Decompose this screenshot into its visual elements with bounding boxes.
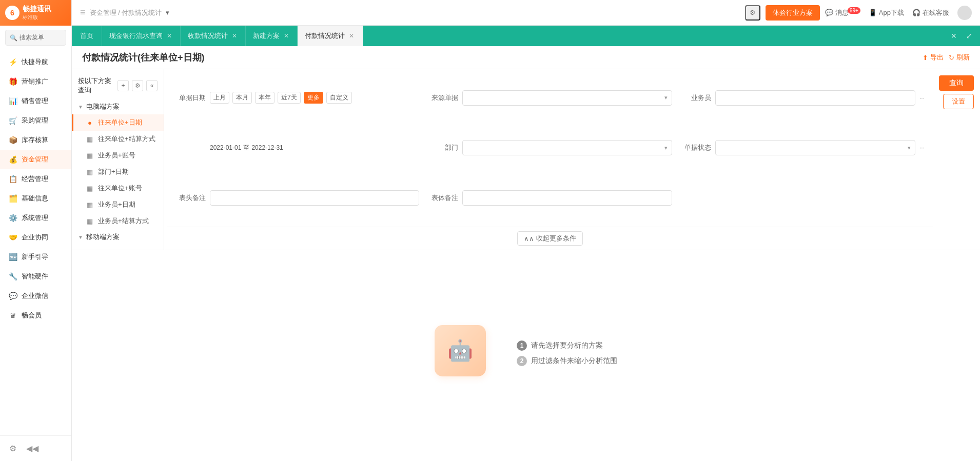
sidebar-title: 畅捷通讯 bbox=[23, 5, 51, 14]
filter-right-actions: 查询 设置 bbox=[933, 69, 980, 250]
enterprise-icon: 🤝 bbox=[8, 233, 17, 242]
sales-icon: 📊 bbox=[8, 96, 17, 106]
sidebar-item-purchase[interactable]: 🛒 采购管理 bbox=[0, 111, 71, 130]
group-triangle: ▼ bbox=[78, 234, 83, 240]
table-body-remark-input[interactable] bbox=[462, 190, 672, 206]
refresh-button[interactable]: ↻ 刷新 bbox=[949, 53, 970, 62]
this-month-btn[interactable]: 本月 bbox=[232, 92, 252, 104]
collapse-scheme-button[interactable]: « bbox=[146, 80, 158, 91]
empty-state: 🤖 1 请先选择要分析的方案 2 用过滤条件来缩小分析范围 bbox=[72, 250, 980, 461]
dept-select[interactable]: ▾ bbox=[462, 140, 672, 155]
trial-btn[interactable]: 体验行业方案 bbox=[766, 5, 820, 21]
doc-status-select[interactable]: ▾ bbox=[715, 140, 915, 155]
collapse-more-button[interactable]: ∧∧ 收起更多条件 bbox=[517, 231, 583, 246]
sidebar-item-sales[interactable]: 📊 销售管理 bbox=[0, 91, 71, 111]
doc-status-arrow: ▾ bbox=[908, 145, 911, 151]
tab-close-new-scheme[interactable]: ✕ bbox=[283, 32, 290, 39]
scheme-item-staff-account[interactable]: ▦ 业务员+账号 bbox=[72, 147, 164, 164]
last-7days-btn[interactable]: 近7天 bbox=[278, 92, 301, 104]
tab-receivable[interactable]: 收款情况统计✕ bbox=[181, 26, 246, 46]
scheme-item-staff-date[interactable]: ▦ 业务员+日期 bbox=[72, 196, 164, 213]
last-month-btn[interactable]: 上月 bbox=[210, 92, 229, 104]
filter-fields: 单据日期 上月 本月 本年 近7天 更多 自定义 bbox=[167, 69, 933, 227]
maximize-button[interactable]: ⤢ bbox=[963, 29, 976, 43]
this-year-btn[interactable]: 本年 bbox=[255, 92, 275, 104]
dept-select-arrow: ▾ bbox=[664, 145, 668, 151]
tab-payment-stats[interactable]: 付款情况统计✕ bbox=[298, 26, 363, 46]
scheme-group: ▼移动端方案 bbox=[72, 229, 164, 245]
app-download-button[interactable]: 📱 App下载 bbox=[869, 8, 904, 17]
refresh-icon: ↻ bbox=[949, 54, 954, 62]
scheme-item-staff-settle[interactable]: ▦ 业务员+结算方式 bbox=[72, 213, 164, 229]
message-icon: 💬 bbox=[825, 9, 833, 16]
group-title: 移动端方案 bbox=[86, 232, 120, 242]
scheme-group-label[interactable]: ▼电脑端方案 bbox=[72, 99, 164, 114]
sidebar-item-finance[interactable]: 💰 资金管理 bbox=[0, 150, 71, 169]
scheme-settings-button[interactable]: ⚙ bbox=[132, 80, 143, 91]
staff-input[interactable] bbox=[715, 90, 915, 106]
empty-illustration: 🤖 bbox=[435, 325, 496, 387]
sidebar-search-area: 🔍 搜索菜单 bbox=[0, 26, 71, 50]
sidebar-item-guide[interactable]: 🆕 新手引导 bbox=[0, 247, 71, 267]
scheme-item-label: 业务员+账号 bbox=[98, 151, 135, 160]
settings-footer-button[interactable]: ⚙ bbox=[5, 441, 21, 456]
user-avatar-area[interactable] bbox=[957, 6, 972, 20]
table-header-remark-input[interactable] bbox=[210, 190, 419, 206]
scheme-item-dept-date[interactable]: ▦ 部门+日期 bbox=[72, 164, 164, 180]
more-date-btn[interactable]: 更多 bbox=[304, 92, 323, 104]
sidebar-item-vip[interactable]: ♛ 畅会员 bbox=[0, 306, 71, 325]
topbar-settings-button[interactable]: ⚙ bbox=[745, 5, 760, 21]
collapse-sidebar-button[interactable]: ◀◀ bbox=[25, 441, 40, 456]
settings-small-button[interactable]: 设置 bbox=[943, 94, 974, 109]
tab-close-payment-stats[interactable]: ✕ bbox=[348, 32, 355, 39]
custom-date-btn[interactable]: 自定义 bbox=[326, 92, 352, 104]
breadcrumb-dropdown[interactable]: ▾ bbox=[166, 9, 169, 16]
sidebar-item-enterprise[interactable]: 🤝 企业协同 bbox=[0, 228, 71, 247]
messages-button[interactable]: 💬 消息 99+ bbox=[825, 8, 860, 17]
inventory-icon: 📦 bbox=[8, 135, 17, 145]
query-button[interactable]: 查询 bbox=[939, 75, 974, 91]
vip-icon: ♛ bbox=[8, 311, 17, 320]
sidebar-item-inventory[interactable]: 📦 库存核算 bbox=[0, 130, 71, 150]
hint-num-1: 1 bbox=[517, 340, 527, 351]
scheme-item-icon: ▦ bbox=[86, 151, 94, 159]
staff-label: 业务员 bbox=[680, 93, 711, 103]
sidebar-item-basics[interactable]: 🗂️ 基础信息 bbox=[0, 189, 71, 208]
scheme-item-partner-account[interactable]: ▦ 往来单位+账号 bbox=[72, 180, 164, 196]
close-all-tabs-button[interactable]: ✕ bbox=[947, 29, 961, 43]
filter-fields-area: 单据日期 上月 本月 本年 近7天 更多 自定义 bbox=[167, 69, 980, 250]
online-service-button[interactable]: 🎧 在线客服 bbox=[912, 8, 949, 17]
table-body-remark-row: 表体备注 bbox=[427, 175, 672, 221]
add-scheme-button[interactable]: + bbox=[117, 80, 129, 91]
sidebar-item-system[interactable]: ⚙️ 系统管理 bbox=[0, 208, 71, 228]
export-button[interactable]: ⬆ 导出 bbox=[923, 53, 944, 62]
scheme-item-partner-settle[interactable]: ▦ 往来单位+结算方式 bbox=[72, 131, 164, 147]
robot-icon: 🤖 bbox=[435, 325, 486, 376]
tab-close-cash-flow[interactable]: ✕ bbox=[166, 32, 173, 39]
scheme-group-label[interactable]: ▼移动端方案 bbox=[72, 229, 164, 245]
sidebar-item-quick-nav[interactable]: ⚡ 快捷导航 bbox=[0, 52, 71, 72]
tab-close-receivable[interactable]: ✕ bbox=[231, 32, 238, 39]
tab-home[interactable]: 首页 bbox=[72, 26, 102, 46]
sidebar-item-label: 企业协同 bbox=[22, 233, 48, 242]
search-menu-button[interactable]: 🔍 搜索菜单 bbox=[5, 30, 66, 46]
sidebar-item-wechat[interactable]: 💬 企业微信 bbox=[0, 286, 71, 306]
tab-label: 新建方案 bbox=[253, 31, 280, 41]
tab-new-scheme[interactable]: 新建方案✕ bbox=[246, 26, 298, 46]
scheme-item-label: 往来单位+结算方式 bbox=[98, 134, 155, 144]
scheme-item-partner-date[interactable]: ● 往来单位+日期 bbox=[72, 114, 164, 131]
source-select-arrow: ▾ bbox=[664, 94, 668, 101]
partner-more-icon[interactable]: ··· bbox=[919, 144, 925, 151]
scheme-item-icon: ▦ bbox=[86, 217, 94, 225]
empty-hints: 1 请先选择要分析的方案 2 用过滤条件来缩小分析范围 bbox=[517, 340, 617, 371]
breadcrumb-bars-icon: ≡ bbox=[80, 7, 86, 18]
sidebar-item-marketing[interactable]: 🎁 营销推广 bbox=[0, 72, 71, 91]
source-select[interactable]: ▾ bbox=[462, 90, 672, 106]
staff-more-icon[interactable]: ··· bbox=[919, 94, 925, 102]
tab-cash-flow[interactable]: 现金银行流水查询✕ bbox=[102, 26, 181, 46]
date-range-start: 2022-01-01 bbox=[210, 144, 241, 151]
scheme-items: ▼电脑端方案 ● 往来单位+日期 ▦ 往来单位+结算方式 ▦ 业务员+账号 ▦ … bbox=[72, 99, 164, 245]
sidebar-item-hardware[interactable]: 🔧 智能硬件 bbox=[0, 267, 71, 286]
topbar-breadcrumb: ≡ 资金管理 / 付款情况统计 ▾ bbox=[80, 7, 740, 18]
sidebar-item-operations[interactable]: 📋 经营管理 bbox=[0, 169, 71, 189]
